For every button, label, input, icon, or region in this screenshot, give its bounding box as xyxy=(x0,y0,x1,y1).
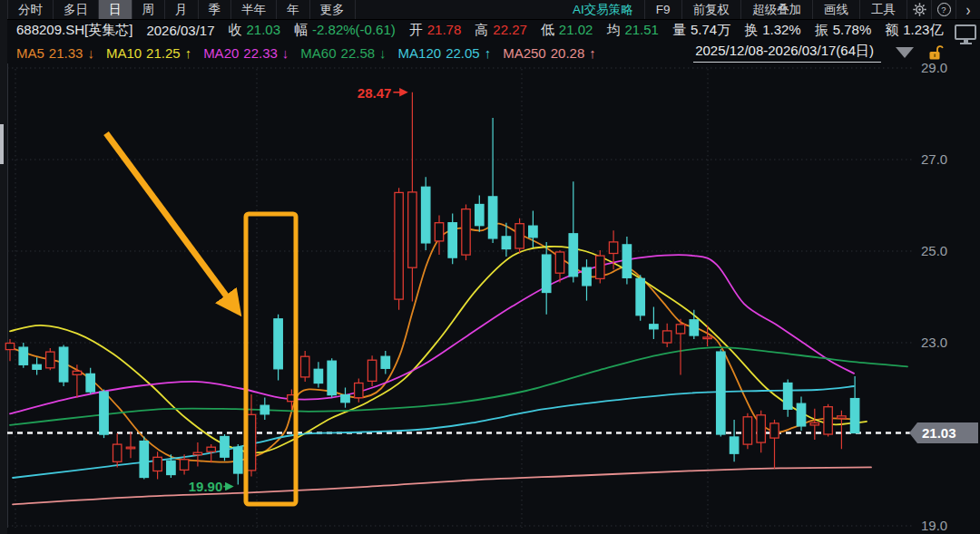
field-amplitude: 振5.78% xyxy=(815,22,872,39)
field-turnover: 换1.32% xyxy=(744,22,801,39)
unlock-icon[interactable] xyxy=(928,44,944,61)
ma120-arrow-icon: ↑ xyxy=(485,45,492,61)
draw-line-button[interactable]: 画线 xyxy=(812,0,859,19)
top-toolbar: 分时 多日 日 周 月 季 半年 年 更多 AI交易策略 F9 前复权 超级叠加… xyxy=(7,0,980,20)
field-close: 收21.03 xyxy=(228,22,280,39)
y-axis-tick: 27.0 xyxy=(921,151,975,167)
y-axis-tick: 19.0 xyxy=(921,518,975,533)
ma-line-ma5 xyxy=(10,224,854,462)
tab-daily[interactable]: 日 xyxy=(99,0,132,19)
high-price-label: 28.47 xyxy=(358,85,392,101)
tab-monthly[interactable]: 月 xyxy=(165,0,199,19)
ma120-value: MA12022.05↑ xyxy=(398,45,492,61)
last-price-badge: 21.03 xyxy=(909,422,978,443)
y-axis-tick: 23.0 xyxy=(921,335,975,350)
toolbar-right: AI交易策略 F9 前复权 超级叠加 画线 工具 ? › xyxy=(562,0,980,19)
settings-button[interactable] xyxy=(906,0,931,19)
field-high: 高22.27 xyxy=(475,22,527,39)
ma10-arrow-icon: ↑ xyxy=(185,45,192,61)
expand-button[interactable]: › xyxy=(956,0,980,19)
collapse-triangle-icon[interactable] xyxy=(896,47,914,58)
ma20-arrow-icon: ↓ xyxy=(282,45,289,61)
field-amount: 额1.23亿 xyxy=(885,22,943,39)
ma250-arrow-icon: ↑ xyxy=(589,45,596,61)
ma20-value: MA2022.33↓ xyxy=(203,45,289,61)
tab-weekly[interactable]: 周 xyxy=(132,0,166,19)
super-overlay-button[interactable]: 超级叠加 xyxy=(740,0,812,19)
hand-drawn-arrow xyxy=(106,133,234,306)
tab-yearly[interactable]: 年 xyxy=(277,0,310,19)
ma5-arrow-icon: ↓ xyxy=(87,45,94,61)
tab-more[interactable]: 更多 xyxy=(310,0,356,19)
field-open: 开21.78 xyxy=(409,22,462,39)
field-volume: 量5.74万 xyxy=(672,22,730,39)
date-range[interactable]: 2025/12/08-2026/03/17(64日) xyxy=(693,43,881,63)
tab-halfyear[interactable]: 半年 xyxy=(231,0,277,19)
tools-button[interactable]: 工具 xyxy=(859,0,906,19)
tab-quarterly[interactable]: 季 xyxy=(199,0,232,19)
ma-indicator-bar: MA521.33↓ MA1021.25↑ MA2022.33↓ MA6022.5… xyxy=(7,42,980,63)
tab-fenshi[interactable]: 分时 xyxy=(7,0,54,19)
low-price-label: 19.90 xyxy=(189,479,223,494)
stock-symbol: 688209.SH[英集芯] xyxy=(16,22,132,39)
question-icon: ? xyxy=(937,3,951,16)
help-button[interactable]: ? xyxy=(931,0,956,19)
forward-adjust-button[interactable]: 前复权 xyxy=(681,0,741,19)
y-axis-tick: 29.0 xyxy=(921,60,975,75)
y-axis-tick: 25.0 xyxy=(921,243,975,258)
ma60-value: MA6022.58↓ xyxy=(300,45,386,61)
ma10-value: MA1021.25↑ xyxy=(106,45,191,61)
field-avg: 均21.51 xyxy=(606,22,659,39)
chevron-right-icon: › xyxy=(966,0,971,19)
gear-icon xyxy=(913,3,926,16)
ma-line-ma10 xyxy=(10,247,867,452)
field-low: 低21.02 xyxy=(541,22,593,39)
quote-bar: 688209.SH[英集芯] 2026/03/17 收21.03 幅-2.82%… xyxy=(7,19,980,42)
f9-button[interactable]: F9 xyxy=(644,0,681,19)
ma5-value: MA521.33↓ xyxy=(16,45,94,61)
ai-strategy-button[interactable]: AI交易策略 xyxy=(562,0,644,19)
candlestick-chart[interactable]: 28.4719.90 xyxy=(0,63,980,534)
ma60-arrow-icon: ↓ xyxy=(379,45,387,61)
period-tabs: 分时 多日 日 周 月 季 半年 年 更多 xyxy=(7,0,356,19)
ma250-value: MA25020.28↑ xyxy=(503,45,596,61)
field-change: 幅-2.82%(-0.61) xyxy=(294,22,396,39)
ma-line-ma60 xyxy=(10,347,907,425)
quote-date: 2026/03/17 xyxy=(146,23,214,38)
tab-duori[interactable]: 多日 xyxy=(54,0,99,19)
ma-line-ma20 xyxy=(10,255,854,413)
